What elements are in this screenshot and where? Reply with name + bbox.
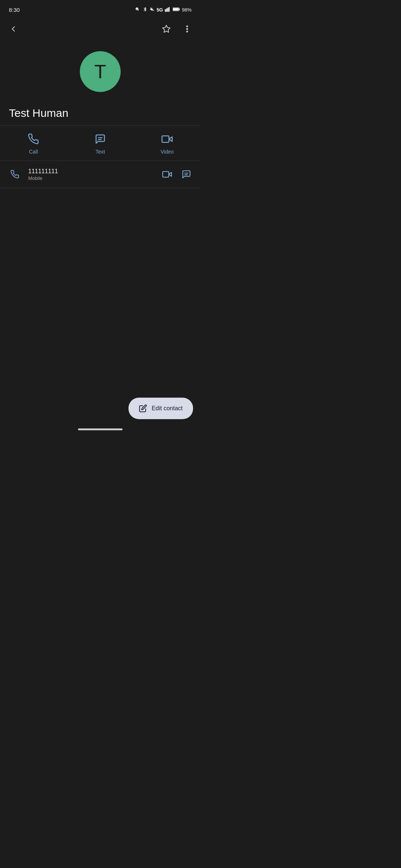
app-bar-left — [6, 22, 21, 36]
5g-icon: 5G — [157, 7, 163, 13]
battery-icon — [173, 7, 180, 13]
app-bar-right — [159, 22, 195, 36]
svg-rect-6 — [173, 8, 179, 10]
call-label: Call — [29, 149, 38, 155]
action-row: Call Text Video — [0, 126, 200, 161]
status-bar: 8:30 5G 98% — [0, 0, 200, 18]
video-icon — [160, 132, 175, 147]
edit-contact-button[interactable]: Edit contact — [128, 398, 193, 419]
phone-row-icon — [7, 167, 22, 182]
svg-rect-1 — [166, 9, 167, 12]
text-action[interactable]: Text — [85, 132, 115, 155]
phone-info: 111111111 Mobile — [28, 168, 160, 181]
key-icon — [136, 7, 141, 13]
svg-rect-14 — [162, 136, 169, 142]
battery-percent: 98% — [182, 7, 192, 13]
favorite-button[interactable] — [159, 22, 174, 36]
svg-point-9 — [187, 29, 188, 30]
svg-rect-0 — [165, 9, 166, 12]
svg-rect-5 — [179, 8, 180, 10]
phone-number: 111111111 — [28, 168, 160, 175]
avatar-section: T — [0, 40, 200, 99]
text-label: Text — [95, 149, 105, 155]
text-icon — [93, 132, 108, 147]
status-icons: 5G 98% — [136, 7, 192, 13]
back-button[interactable] — [6, 22, 21, 36]
edit-icon — [139, 404, 147, 412]
svg-marker-7 — [163, 25, 170, 32]
svg-rect-3 — [169, 7, 170, 12]
phone-video-button[interactable] — [160, 168, 174, 181]
call-action[interactable]: Call — [19, 132, 48, 155]
avatar: T — [80, 51, 121, 92]
more-options-button[interactable] — [180, 22, 195, 36]
phone-row: 111111111 Mobile — [0, 161, 200, 188]
svg-rect-2 — [167, 8, 169, 12]
phone-text-button[interactable] — [180, 168, 193, 181]
avatar-letter: T — [94, 60, 106, 83]
edit-contact-label: Edit contact — [151, 405, 183, 412]
call-icon — [26, 132, 41, 147]
signal-icon — [165, 7, 171, 13]
svg-marker-15 — [169, 172, 172, 177]
svg-marker-13 — [169, 137, 172, 142]
svg-point-8 — [187, 26, 188, 27]
phone-type: Mobile — [28, 175, 160, 181]
contact-name: Test Human — [0, 99, 200, 125]
home-indicator — [78, 428, 123, 430]
video-label: Video — [160, 149, 174, 155]
status-time: 8:30 — [9, 7, 20, 13]
svg-point-10 — [187, 31, 188, 32]
app-bar — [0, 18, 200, 40]
bluetooth-icon — [143, 7, 148, 13]
mute-icon — [150, 7, 155, 13]
phone-row-actions — [160, 168, 193, 181]
svg-rect-16 — [163, 171, 169, 177]
video-action[interactable]: Video — [152, 132, 182, 155]
